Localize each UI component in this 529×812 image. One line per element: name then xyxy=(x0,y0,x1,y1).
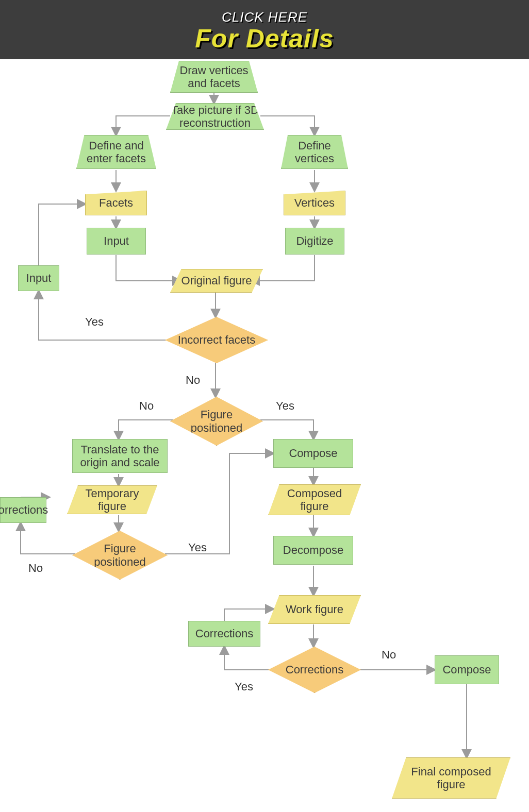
node-input: Input xyxy=(87,228,146,255)
node-composed-figure: Composed figure xyxy=(268,484,361,515)
overlay-banner[interactable]: CLICK HERE For Details xyxy=(0,0,529,59)
node-compose-2: Compose xyxy=(435,655,499,684)
node-take-picture: Take picture if 3D reconstruction xyxy=(166,103,264,130)
label-no-3: No xyxy=(28,562,43,575)
arrows-layer xyxy=(0,0,529,812)
node-define-vertices: Define vertices xyxy=(281,135,348,169)
node-vertices: Vertices xyxy=(284,191,345,215)
node-original-figure: Original figure xyxy=(170,269,263,293)
node-translate: Translate to the origin and scale xyxy=(72,439,168,473)
node-define-enter-facets: Define and enter facets xyxy=(76,135,156,169)
label-no-1: No xyxy=(186,374,200,387)
node-draw-vertices-facets: Draw vertices and facets xyxy=(170,61,258,93)
node-compose-1: Compose xyxy=(273,439,353,468)
node-facets: Facets xyxy=(85,191,147,215)
label-yes-3: Yes xyxy=(188,541,207,554)
node-temporary-figure: Temporary figure xyxy=(67,485,157,514)
banner-click-here[interactable]: CLICK HERE xyxy=(0,9,529,25)
node-decompose: Decompose xyxy=(273,536,353,565)
node-corrections-2: Corrections xyxy=(188,621,260,647)
node-corrections-left: orrections xyxy=(0,497,46,523)
node-input-left: Input xyxy=(18,265,59,291)
label-yes-1: Yes xyxy=(85,315,104,329)
label-yes-2: Yes xyxy=(276,399,294,413)
banner-for-details[interactable]: For Details xyxy=(0,24,529,54)
node-work-figure: Work figure xyxy=(268,595,361,624)
label-no-4: No xyxy=(382,648,396,662)
label-no-2: No xyxy=(139,399,154,413)
node-digitize: Digitize xyxy=(285,228,344,255)
diagram-stage: { "header": { "title1": "Three-Dimension… xyxy=(0,0,529,812)
label-yes-4: Yes xyxy=(235,680,253,693)
node-final-figure: Final composed figure xyxy=(392,757,510,799)
